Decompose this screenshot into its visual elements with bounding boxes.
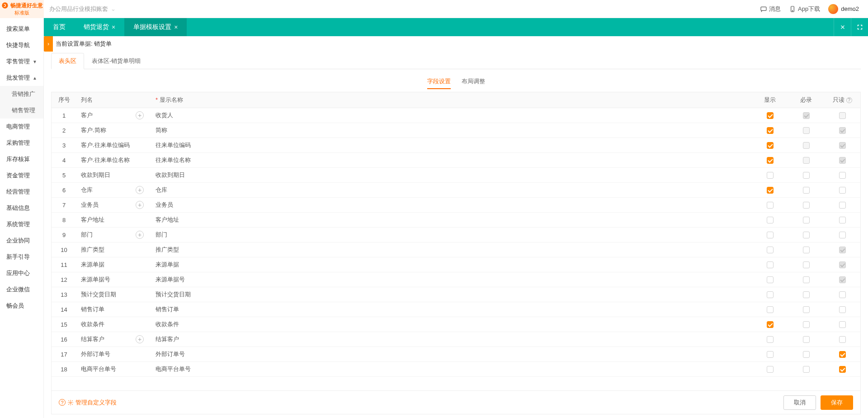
checkbox-readonly[interactable] [839,291,846,298]
checkbox-show[interactable] [767,291,774,298]
checkbox-show[interactable] [767,336,774,343]
checkbox-show[interactable] [767,232,774,238]
tenant-select[interactable]: 办公用品行业模拟账套 ⌄ [49,5,116,13]
add-sub-field-button[interactable]: + [136,201,144,209]
checkbox-show[interactable] [767,112,774,119]
checkbox-required[interactable] [803,172,810,179]
cell-display-name[interactable]: 收款到期日 [151,168,752,183]
checkbox-show[interactable] [767,202,774,209]
messages-button[interactable]: 消息 [760,5,781,13]
sidebar-item[interactable]: 系统管理 [0,216,43,233]
cell-display-name[interactable]: 收货人 [151,108,752,123]
checkbox-show[interactable] [767,217,774,223]
sidebar-subitem[interactable]: 销售管理 [0,102,43,119]
sidebar-item[interactable]: 采购管理 [0,135,43,151]
sidebar-item[interactable]: 库存核算 [0,151,43,167]
sidebar-item[interactable]: 零售管理▼ [0,53,43,70]
checkbox-required[interactable] [803,291,810,298]
checkbox-readonly[interactable] [839,232,846,238]
checkbox-show[interactable] [767,306,774,313]
sidebar-item[interactable]: 新手引导 [0,249,43,265]
add-sub-field-button[interactable]: + [136,335,144,343]
mode-tab[interactable]: 字段设置 [427,75,451,89]
cell-display-name[interactable]: 来源单据号 [151,272,752,287]
checkbox-readonly[interactable] [839,366,846,373]
cancel-button[interactable]: 取消 [783,395,816,410]
cell-display-name[interactable]: 客户地址 [151,213,752,228]
tab[interactable]: 销货退货× [75,18,124,36]
tab-close-icon[interactable]: × [112,24,115,31]
cell-display-name[interactable]: 外部订单号 [151,347,752,362]
help-icon[interactable]: ? [846,97,852,103]
checkbox-readonly[interactable] [839,217,846,223]
sidebar-item[interactable]: 基础信息 [0,200,43,216]
sidebar-item[interactable]: 畅会员 [0,298,43,314]
cell-display-name[interactable]: 电商平台单号 [151,362,752,377]
tab[interactable]: 首页 [44,18,75,36]
cell-display-name[interactable]: 简称 [151,123,752,138]
checkbox-required[interactable] [803,336,810,343]
cell-display-name[interactable]: 来源单据 [151,257,752,272]
section-tab[interactable]: 表体区-销货单明细 [84,53,148,69]
checkbox-required[interactable] [803,217,810,223]
cell-display-name[interactable]: 结算客户 [151,332,752,347]
add-sub-field-button[interactable]: + [136,231,144,239]
cell-display-name[interactable]: 往来单位编码 [151,138,752,153]
section-tab[interactable]: 表头区 [51,53,84,69]
sidebar-item[interactable]: 电商管理 [0,119,43,135]
checkbox-show[interactable] [767,321,774,328]
sidebar-item[interactable]: 资金管理 [0,167,43,184]
sidebar-item[interactable]: 企业微信 [0,281,43,298]
sidebar-item[interactable]: 应用中心 [0,265,43,281]
checkbox-required[interactable] [803,276,810,283]
add-sub-field-button[interactable]: + [136,186,144,194]
sidebar-item[interactable]: 经营管理 [0,184,43,200]
cell-display-name[interactable]: 仓库 [151,183,752,198]
cell-display-name[interactable]: 往来单位名称 [151,153,752,168]
cell-display-name[interactable]: 推广类型 [151,242,752,257]
checkbox-show[interactable] [767,187,774,194]
sidebar-item[interactable]: 搜索菜单 [0,21,43,37]
checkbox-required[interactable] [803,306,810,313]
checkbox-readonly[interactable] [839,202,846,209]
checkbox-show[interactable] [767,142,774,149]
checkbox-show[interactable] [767,261,774,268]
manage-custom-fields-link[interactable]: ? 管理自定义字段 [59,399,117,407]
add-sub-field-button[interactable]: + [136,111,144,119]
user-menu[interactable]: demo2 [828,4,859,14]
cell-display-name[interactable]: 业务员 [151,198,752,213]
checkbox-readonly[interactable] [839,306,846,313]
collapse-handle[interactable]: › [44,36,53,52]
tab[interactable]: 单据模板设置× [124,18,187,36]
sidebar-item[interactable]: 快捷导航 [0,37,43,53]
cell-display-name[interactable]: 部门 [151,228,752,242]
checkbox-readonly[interactable] [839,336,846,343]
cell-display-name[interactable]: 收款条件 [151,317,752,332]
checkbox-show[interactable] [767,366,774,373]
checkbox-show[interactable] [767,172,774,179]
checkbox-show[interactable] [767,247,774,253]
checkbox-readonly[interactable] [839,321,846,328]
cell-display-name[interactable]: 销售订单 [151,302,752,317]
checkbox-required[interactable] [803,261,810,268]
checkbox-show[interactable] [767,351,774,358]
checkbox-required[interactable] [803,247,810,253]
checkbox-show[interactable] [767,276,774,283]
cell-display-name[interactable]: 预计交货日期 [151,287,752,302]
checkbox-required[interactable] [803,321,810,328]
save-button[interactable]: 保存 [821,395,853,410]
checkbox-required[interactable] [803,232,810,238]
checkbox-readonly[interactable] [839,187,846,194]
sidebar-item[interactable]: 批发管理▲ [0,70,43,86]
checkbox-readonly[interactable] [839,351,846,358]
brand-block[interactable]: 畅捷通好生意 标准版 [0,0,44,18]
tab-close-icon[interactable]: × [174,24,178,31]
checkbox-required[interactable] [803,202,810,209]
checkbox-required[interactable] [803,351,810,358]
checkbox-show[interactable] [767,127,774,134]
checkbox-required[interactable] [803,187,810,194]
sidebar-subitem[interactable]: 营销推广 [0,86,43,102]
mode-tab[interactable]: 布局调整 [462,75,485,89]
checkbox-required[interactable] [803,366,810,373]
app-download-button[interactable]: App下载 [789,5,820,13]
